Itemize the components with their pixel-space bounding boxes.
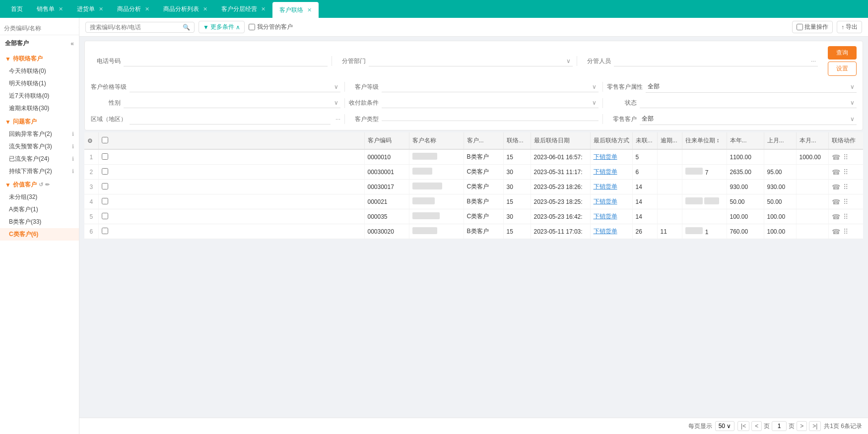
price-grade-select[interactable]: ∨ [130, 82, 340, 92]
action-phone-icon-2[interactable]: ☎ [832, 168, 840, 176]
nav-sales-close[interactable]: ✕ [59, 0, 63, 18]
sidebar-item-lost[interactable]: 已流失客户(24) ℹ [0, 153, 79, 165]
th-history-sort-icon[interactable]: ↕ [717, 137, 720, 144]
sidebar-item-class-b[interactable]: B类客户(33) [0, 216, 79, 228]
toolbar-search-input[interactable] [90, 24, 181, 31]
my-customers-checkbox[interactable]: 我分管的客户 [249, 23, 293, 31]
method-link-1[interactable]: 下销货单 [594, 153, 617, 160]
row-check-2[interactable] [102, 168, 108, 175]
row-thismon-3 [796, 180, 828, 194]
sidebar-collapse-icon[interactable]: « [70, 40, 74, 47]
manager-dots-icon[interactable]: ··· [811, 58, 816, 64]
sidebar-item-churn-warning[interactable]: 流失预警客户(3) ℹ [0, 140, 79, 153]
method-link-2[interactable]: 下销货单 [594, 168, 617, 175]
action-icons-5: ☎ ⠿ [832, 213, 861, 221]
th-gear: ⚙ [84, 132, 98, 149]
row-check-6[interactable] [102, 228, 108, 234]
value-refresh-icon[interactable]: ↺ [39, 182, 43, 188]
row-lastmon-5: 100.00 [764, 209, 796, 224]
gender-select[interactable]: ∨ [124, 98, 340, 108]
phone-input[interactable] [124, 56, 328, 66]
sidebar-item-declining[interactable]: 持续下滑客户(2) ℹ [0, 165, 79, 178]
sidebar-item-abnormal[interactable]: 回购异常客户(2) ℹ [0, 128, 79, 140]
sidebar-all-customers[interactable]: 全部客户 « [0, 35, 79, 52]
retail-cust-select[interactable]: 全部 ∨ [640, 113, 857, 125]
action-more-icon-5[interactable]: ⠿ [843, 213, 848, 221]
row-action-5: ☎ ⠿ [828, 209, 863, 224]
action-phone-icon-5[interactable]: ☎ [832, 213, 840, 221]
nav-product-list[interactable]: 商品分析列表 ✕ [156, 0, 214, 18]
action-phone-icon-4[interactable]: ☎ [832, 198, 840, 206]
dept-select[interactable]: ∨ [369, 56, 573, 66]
method-link-6[interactable]: 下销货单 [594, 228, 617, 235]
sidebar-search-input[interactable] [4, 25, 78, 32]
sidebar-item-7day-pending[interactable]: 近7天待联络(0) [0, 90, 79, 102]
cust-type-select[interactable] [382, 118, 599, 121]
nav-customer-contact[interactable]: 客户联络 ✕ [272, 2, 319, 18]
action-more-icon-1[interactable]: ⠿ [843, 153, 848, 161]
page-input[interactable] [772, 421, 787, 431]
nav-product-analysis[interactable]: 商品分析 ✕ [110, 0, 156, 18]
filter-phone: 电话号码 [91, 56, 328, 66]
action-phone-icon-1[interactable]: ☎ [832, 153, 840, 161]
gender-label: 性别 [91, 99, 121, 107]
region-dots-icon[interactable]: ··· [335, 116, 340, 123]
value-edit-icon[interactable]: ✏ [45, 182, 50, 188]
row-date-6: 2023-05-11 17:03: [531, 224, 590, 239]
status-select[interactable]: ∨ [640, 98, 857, 108]
sidebar-item-unclassified[interactable]: 未分组(32) [0, 191, 79, 203]
nav-customer-contact-close[interactable]: ✕ [307, 2, 312, 18]
toolbar-search-icon[interactable]: 🔍 [183, 24, 190, 31]
payment-select[interactable]: ∨ [382, 98, 599, 108]
sidebar-item-class-c[interactable]: C类客户(6) [0, 228, 79, 241]
row-check-1[interactable] [102, 153, 108, 160]
cust-grade-select[interactable]: ∨ [382, 82, 599, 92]
sidebar-item-overdue-pending[interactable]: 逾期未联络(30) [0, 102, 79, 115]
row-name-5 [409, 209, 464, 224]
per-page-select[interactable]: 50 ∨ [715, 421, 734, 431]
method-link-5[interactable]: 下销货单 [594, 213, 617, 220]
action-phone-icon-6[interactable]: ☎ [832, 228, 840, 236]
row-check-4[interactable] [102, 198, 108, 204]
more-conditions-btn[interactable]: ▼ 更多条件 ∧ [199, 21, 245, 33]
prev-page-btn[interactable]: < [751, 421, 762, 431]
nav-home[interactable]: 首页 [4, 0, 30, 18]
query-button[interactable]: 查询 [828, 46, 857, 60]
retail-attr-select[interactable]: 全部 ∨ [646, 81, 857, 93]
last-page-btn[interactable]: >| [809, 421, 821, 431]
action-more-icon-2[interactable]: ⠿ [843, 168, 848, 176]
action-phone-icon-3[interactable]: ☎ [832, 183, 840, 191]
action-more-icon-4[interactable]: ⠿ [843, 198, 848, 206]
method-link-3[interactable]: 下销货单 [594, 183, 617, 190]
nav-purchase[interactable]: 进货单 ✕ [70, 0, 110, 18]
batch-op-btn[interactable]: 批量操作 [792, 21, 833, 33]
sidebar-item-class-a[interactable]: A类客户(1) [0, 203, 79, 216]
nav-product-analysis-close[interactable]: ✕ [145, 0, 149, 18]
nav-sales[interactable]: 销售单 ✕ [30, 0, 70, 18]
region-input[interactable] [130, 114, 331, 124]
select-all-checkbox[interactable] [102, 137, 108, 143]
cust-grade-label: 客户等级 [349, 83, 379, 91]
sidebar-item-today-pending[interactable]: 今天待联络(0) [0, 65, 79, 77]
table-gear-icon[interactable]: ⚙ [87, 137, 93, 144]
divider-2 [577, 56, 577, 66]
method-link-4[interactable]: 下销货单 [594, 198, 617, 205]
action-more-icon-6[interactable]: ⠿ [843, 228, 848, 236]
settings-button[interactable]: 设置 [828, 62, 857, 76]
nav-customer-tier[interactable]: 客户分层经营 ✕ [214, 0, 272, 18]
action-more-icon-3[interactable]: ⠿ [843, 183, 848, 191]
nav-product-list-close[interactable]: ✕ [203, 0, 207, 18]
my-customers-check[interactable] [249, 24, 255, 30]
batch-checkbox[interactable] [797, 24, 803, 30]
first-page-btn[interactable]: |< [737, 421, 749, 431]
sidebar-item-tomorrow-pending[interactable]: 明天待联络(1) [0, 77, 79, 90]
nav-customer-tier-close[interactable]: ✕ [261, 0, 266, 18]
value-arrow-icon: ▼ [5, 182, 11, 188]
row-check-5[interactable] [102, 213, 108, 219]
next-page-btn[interactable]: > [797, 421, 807, 431]
manager-select[interactable]: ··· [614, 56, 818, 66]
th-customer-code: 客户编码 [364, 132, 409, 149]
nav-purchase-close[interactable]: ✕ [99, 0, 103, 18]
row-check-3[interactable] [102, 183, 108, 189]
export-btn[interactable]: ↑ 导出 [837, 21, 862, 33]
